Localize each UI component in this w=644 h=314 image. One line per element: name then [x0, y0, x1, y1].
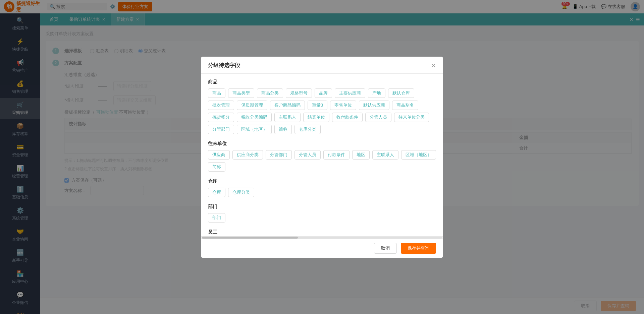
field-tag[interactable]: 税收分类编码 [237, 113, 272, 122]
field-tag[interactable]: 简称 [208, 162, 225, 172]
field-tag[interactable]: 地区 [352, 150, 370, 160]
modal-body: 商品商品商品类型商品分类规格型号品牌主要供应商产地默认仓库批次管理保质期管理客户… [201, 74, 443, 236]
field-section-partner: 往来单位供应商供应商分类分管部门分管人员付款条件地区主联系人区域（地区）简称 [208, 141, 436, 172]
field-tag[interactable]: 规格型号 [286, 88, 312, 98]
field-tag[interactable]: 区域（地区） [237, 125, 272, 134]
modal-header: 分组待选字段 ✕ [201, 57, 443, 74]
field-tag[interactable]: 默认仓库 [388, 88, 414, 98]
field-tag[interactable]: 区域（地区） [401, 150, 436, 160]
field-tag[interactable]: 默认供应商 [359, 101, 389, 110]
field-tag[interactable]: 往来单位分类 [394, 113, 429, 122]
field-tag[interactable]: 收付款条件 [332, 113, 363, 122]
field-tag[interactable]: 仓库分类 [294, 125, 321, 134]
field-tag[interactable]: 零售单位 [330, 101, 356, 110]
section-title-warehouse: 仓库 [208, 178, 436, 184]
section-title-department: 部门 [208, 204, 436, 210]
field-tag[interactable]: 拣货积分 [208, 113, 234, 122]
field-tag[interactable]: 主要供应商 [335, 88, 365, 98]
modal: 分组待选字段 ✕ 商品商品商品类型商品分类规格型号品牌主要供应商产地默认仓库批次… [201, 57, 443, 258]
field-tag[interactable]: 结算单位 [303, 113, 329, 122]
modal-close-button[interactable]: ✕ [431, 62, 436, 69]
field-tag[interactable]: 商品类型 [228, 88, 254, 98]
field-tag[interactable]: 保质期管理 [237, 101, 267, 110]
field-tag[interactable]: 批次管理 [208, 101, 234, 110]
field-tag[interactable]: 客户商品编码 [270, 101, 305, 110]
field-tag[interactable]: 分管人员 [294, 150, 321, 160]
field-tag[interactable]: 仓库 [208, 188, 225, 197]
field-tag[interactable]: 分管部门 [266, 150, 292, 160]
field-tag[interactable]: 主联系人 [372, 150, 398, 160]
modal-title: 分组待选字段 [208, 62, 240, 69]
field-tag[interactable]: 重量3 [308, 101, 327, 110]
field-section-employee: 员工业务员 [208, 229, 436, 236]
modal-scrollbar[interactable] [201, 236, 443, 239]
field-tags-department: 部门 [208, 213, 436, 223]
cancel-button[interactable]: 取消 [374, 243, 397, 254]
field-section-goods: 商品商品商品类型商品分类规格型号品牌主要供应商产地默认仓库批次管理保质期管理客户… [208, 79, 436, 134]
section-title-partner: 往来单位 [208, 141, 436, 147]
field-tags-partner: 供应商供应商分类分管部门分管人员付款条件地区主联系人区域（地区）简称 [208, 150, 436, 172]
field-tag[interactable]: 简称 [274, 125, 292, 134]
section-title-goods: 商品 [208, 79, 436, 85]
field-tags-warehouse: 仓库仓库分类 [208, 188, 436, 197]
confirm-button[interactable]: 保存并查询 [401, 243, 436, 254]
field-tag[interactable]: 仓库分类 [228, 188, 254, 197]
field-tag[interactable]: 部门 [208, 213, 225, 223]
field-tag[interactable]: 供应商分类 [232, 150, 263, 160]
field-tag[interactable]: 品牌 [315, 88, 332, 98]
field-section-department: 部门部门 [208, 204, 436, 223]
field-tags-goods: 商品商品类型商品分类规格型号品牌主要供应商产地默认仓库批次管理保质期管理客户商品… [208, 88, 436, 134]
field-tag[interactable]: 商品别名 [392, 101, 418, 110]
field-tag[interactable]: 供应商 [208, 150, 230, 160]
field-tag[interactable]: 商品分类 [257, 88, 283, 98]
scrollbar-track [202, 237, 442, 239]
field-tag[interactable]: 付款条件 [323, 150, 350, 160]
scrollbar-thumb [202, 237, 298, 239]
modal-footer: 取消 保存并查询 [201, 239, 443, 258]
field-tag[interactable]: 分管部门 [208, 125, 234, 134]
field-tag[interactable]: 主联系人 [274, 113, 301, 122]
field-tag[interactable]: 分管人员 [365, 113, 391, 122]
field-tag[interactable]: 商品 [208, 88, 225, 98]
section-title-employee: 员工 [208, 229, 436, 235]
field-tag[interactable]: 产地 [368, 88, 385, 98]
modal-overlay[interactable]: 分组待选字段 ✕ 商品商品商品类型商品分类规格型号品牌主要供应商产地默认仓库批次… [0, 0, 644, 314]
field-section-warehouse: 仓库仓库仓库分类 [208, 178, 436, 197]
